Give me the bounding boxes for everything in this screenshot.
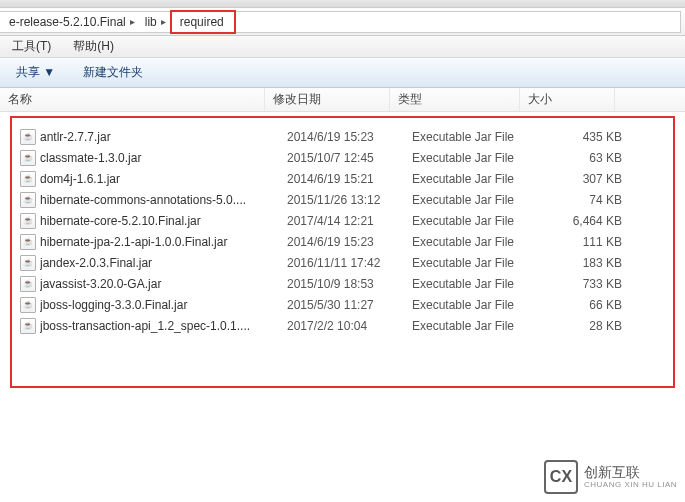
file-date: 2017/4/14 12:21 [287,214,412,228]
column-header-type[interactable]: 类型 [390,88,520,111]
file-date: 2015/10/7 12:45 [287,151,412,165]
list-item[interactable]: ☕ hibernate-commons-annotations-5.0.... … [14,189,671,210]
jar-file-icon: ☕ [20,255,36,271]
file-date: 2017/2/2 10:04 [287,319,412,333]
list-item[interactable]: ☕ jboss-transaction-api_1.2_spec-1.0.1..… [14,315,671,336]
file-size: 66 KB [542,298,622,312]
file-name: jboss-logging-3.3.0.Final.jar [40,298,287,312]
watermark-text-group: 创新互联 CHUANG XIN HU LIAN [584,465,677,489]
jar-file-icon: ☕ [20,192,36,208]
file-name: jandex-2.0.3.Final.jar [40,256,287,270]
file-date: 2014/6/19 15:23 [287,130,412,144]
file-date: 2015/5/30 11:27 [287,298,412,312]
file-type: Executable Jar File [412,235,542,249]
file-date: 2014/6/19 15:23 [287,235,412,249]
file-size: 183 KB [542,256,622,270]
file-size: 111 KB [542,235,622,249]
file-date: 2014/6/19 15:21 [287,172,412,186]
file-name: dom4j-1.6.1.jar [40,172,287,186]
share-label: 共享 ▼ [16,64,55,81]
menubar: 工具(T) 帮助(H) [0,36,685,58]
file-type: Executable Jar File [412,130,542,144]
watermark-subtext: CHUANG XIN HU LIAN [584,480,677,489]
file-date: 2015/10/9 18:53 [287,277,412,291]
breadcrumb[interactable]: e-release-5.2.10.Final ▸ lib ▸ required [0,11,681,33]
list-item[interactable]: ☕ dom4j-1.6.1.jar 2014/6/19 15:21 Execut… [14,168,671,189]
file-name: hibernate-core-5.2.10.Final.jar [40,214,287,228]
toolbar: 共享 ▼ 新建文件夹 [0,58,685,88]
list-item[interactable]: ☕ classmate-1.3.0.jar 2015/10/7 12:45 Ex… [14,147,671,168]
file-type: Executable Jar File [412,256,542,270]
watermark: CX 创新互联 CHUANG XIN HU LIAN [544,460,677,494]
breadcrumb-segment-required[interactable]: required [176,12,230,32]
breadcrumb-label: lib [145,15,157,29]
file-name: classmate-1.3.0.jar [40,151,287,165]
file-type: Executable Jar File [412,319,542,333]
chevron-right-icon: ▸ [161,16,166,27]
file-type: Executable Jar File [412,214,542,228]
new-folder-button[interactable]: 新建文件夹 [79,62,147,83]
column-header-date[interactable]: 修改日期 [265,88,390,111]
file-name: hibernate-commons-annotations-5.0.... [40,193,287,207]
jar-file-icon: ☕ [20,318,36,334]
file-name: javassist-3.20.0-GA.jar [40,277,287,291]
file-size: 63 KB [542,151,622,165]
file-type: Executable Jar File [412,298,542,312]
file-name: jboss-transaction-api_1.2_spec-1.0.1.... [40,319,287,333]
file-type: Executable Jar File [412,193,542,207]
jar-file-icon: ☕ [20,297,36,313]
list-item[interactable]: ☕ hibernate-core-5.2.10.Final.jar 2017/4… [14,210,671,231]
window-titlebar [0,0,685,8]
explorer-window: e-release-5.2.10.Final ▸ lib ▸ required … [0,0,685,502]
menu-help[interactable]: 帮助(H) [69,36,118,57]
list-item[interactable]: ☕ javassist-3.20.0-GA.jar 2015/10/9 18:5… [14,273,671,294]
file-type: Executable Jar File [412,277,542,291]
file-size: 733 KB [542,277,622,291]
file-size: 435 KB [542,130,622,144]
jar-file-icon: ☕ [20,129,36,145]
file-size: 307 KB [542,172,622,186]
content-area: 名称 修改日期 类型 大小 ☕ antlr-2.7.7.jar 2014/6/1… [0,88,685,502]
file-size: 6,464 KB [542,214,622,228]
jar-file-icon: ☕ [20,150,36,166]
file-type: Executable Jar File [412,151,542,165]
file-size: 74 KB [542,193,622,207]
list-item[interactable]: ☕ antlr-2.7.7.jar 2014/6/19 15:23 Execut… [14,126,671,147]
breadcrumb-label: e-release-5.2.10.Final [9,15,126,29]
annotation-highlight: required [170,10,236,34]
file-name: hibernate-jpa-2.1-api-1.0.0.Final.jar [40,235,287,249]
breadcrumb-segment-lib[interactable]: lib ▸ [141,12,172,32]
column-header-name[interactable]: 名称 [0,88,265,111]
watermark-logo: CX [544,460,578,494]
file-date: 2015/11/26 13:12 [287,193,412,207]
jar-file-icon: ☕ [20,234,36,250]
menu-tools[interactable]: 工具(T) [8,36,55,57]
file-type: Executable Jar File [412,172,542,186]
jar-file-icon: ☕ [20,213,36,229]
list-item[interactable]: ☕ jboss-logging-3.3.0.Final.jar 2015/5/3… [14,294,671,315]
column-header-size[interactable]: 大小 [520,88,615,111]
column-headers: 名称 修改日期 类型 大小 [0,88,685,112]
share-button[interactable]: 共享 ▼ [12,62,59,83]
watermark-text: 创新互联 [584,465,677,480]
jar-file-icon: ☕ [20,276,36,292]
address-bar: e-release-5.2.10.Final ▸ lib ▸ required [0,8,685,36]
jar-file-icon: ☕ [20,171,36,187]
file-date: 2016/11/11 17:42 [287,256,412,270]
list-item[interactable]: ☕ jandex-2.0.3.Final.jar 2016/11/11 17:4… [14,252,671,273]
chevron-right-icon: ▸ [130,16,135,27]
breadcrumb-segment-root[interactable]: e-release-5.2.10.Final ▸ [5,12,141,32]
list-item[interactable]: ☕ hibernate-jpa-2.1-api-1.0.0.Final.jar … [14,231,671,252]
breadcrumb-label: required [180,15,224,29]
file-list: ☕ antlr-2.7.7.jar 2014/6/19 15:23 Execut… [10,116,675,388]
file-size: 28 KB [542,319,622,333]
file-name: antlr-2.7.7.jar [40,130,287,144]
